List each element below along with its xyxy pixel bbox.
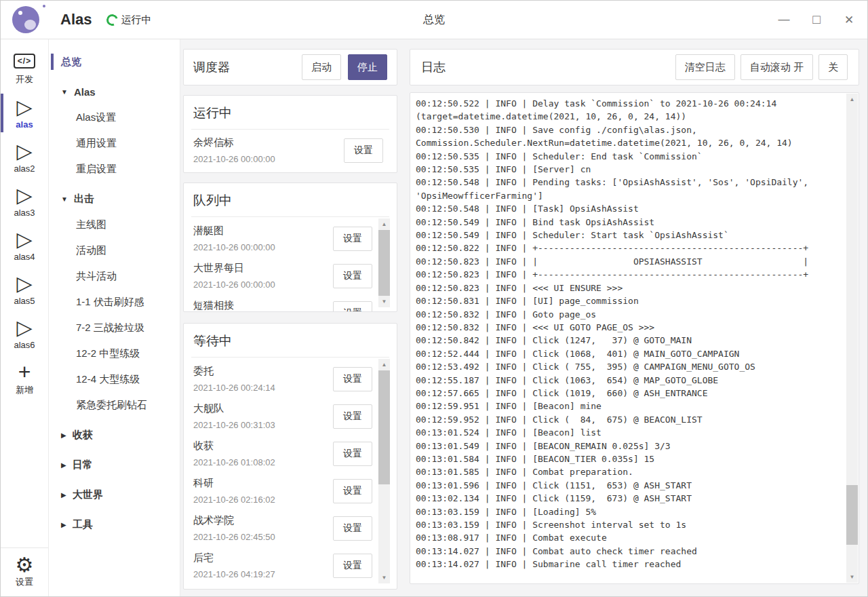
log-line: 00:13:03.159 | INFO | Screenshot interva… — [416, 518, 844, 531]
queued-scrollbar[interactable]: ▲ ▼ — [378, 218, 390, 307]
task-setting-button[interactable]: 设置 — [333, 301, 372, 312]
menu-item-label: 1-1 伏击刷好感 — [76, 296, 144, 309]
profile-label: alas2 — [14, 163, 35, 174]
close-icon[interactable]: ✕ — [842, 13, 856, 27]
scroll-up-icon[interactable]: ▲ — [846, 94, 858, 105]
task-setting-button[interactable]: 设置 — [344, 138, 383, 163]
profile-item[interactable]: ▷ alas2 — [1, 136, 48, 178]
scrollbar-thumb[interactable] — [378, 370, 390, 484]
menu-item[interactable]: 重启设置 — [49, 156, 180, 182]
menu-item[interactable]: ▼ Alas — [49, 79, 180, 104]
menu-item-label: 出击 — [74, 193, 94, 206]
log-line: 00:12:50.548 | INFO | Pending tasks: ['O… — [416, 176, 844, 202]
menu-item-label: 工具 — [73, 518, 93, 531]
profile-icon-glyph: ▷ — [16, 185, 32, 206]
menu-sidebar: 总览 ▼ Alas Alas设置 通用设置 — [49, 39, 180, 596]
profile-label: alas3 — [14, 208, 35, 218]
profile-icon-glyph: ▷ — [16, 97, 32, 117]
menu-item[interactable]: 12-2 中型练级 — [49, 341, 180, 366]
task-setting-button[interactable]: 设置 — [333, 404, 372, 429]
log-line: 00:13:01.549 | INFO | [BEACON_REMAIN 0.0… — [416, 440, 844, 452]
waiting-scrollbar[interactable]: ▲ ▼ — [378, 359, 390, 583]
profile-item[interactable]: </> 开发 — [1, 46, 48, 90]
task-setting-button[interactable]: 设置 — [333, 516, 372, 541]
profile-item[interactable]: ▷ alas4 — [1, 225, 48, 266]
titlebar: Alas 运行中 总览 — □ ✕ — [1, 1, 867, 39]
scroll-down-icon[interactable]: ▼ — [846, 571, 858, 583]
scroll-up-icon[interactable]: ▲ — [378, 218, 390, 230]
menu-item[interactable]: ▶ 日常 — [49, 452, 180, 478]
settings-entry[interactable]: ⚙ 设置 — [1, 547, 48, 596]
profile-label: alas — [16, 119, 33, 130]
task-setting-button[interactable]: 设置 — [333, 227, 372, 251]
profile-item[interactable]: ▷ alas — [1, 92, 48, 134]
task-setting-button[interactable]: 设置 — [333, 479, 372, 503]
menu-item[interactable]: 7-2 三战捡垃圾 — [49, 315, 180, 341]
task-next-run-time: 2021-10-26 00:24:14 — [193, 383, 333, 393]
task-next-run-time: 2021-10-26 01:08:02 — [193, 457, 333, 467]
scroll-down-icon[interactable]: ▼ — [378, 296, 390, 307]
waiting-title: 等待中 — [184, 324, 397, 357]
menu-item[interactable]: ▶ 工具 — [49, 512, 180, 537]
start-button[interactable]: 启动 — [302, 54, 341, 80]
scrollbar-thumb[interactable] — [846, 485, 858, 545]
menu-item[interactable]: 紧急委托刷钻石 — [49, 392, 180, 418]
log-scrollbar[interactable]: ▲ ▼ — [846, 94, 858, 583]
task-setting-button[interactable]: 设置 — [333, 554, 372, 578]
log-line: 00:13:01.584 | INFO | [BEACON_TIER 0.035… — [416, 452, 844, 465]
profile-label: alas4 — [14, 252, 35, 262]
log-line: 00:12:50.822 | INFO | +-----------------… — [416, 242, 844, 254]
scheduler-title: 调度器 — [193, 59, 230, 75]
menu-item[interactable]: 主线图 — [49, 212, 180, 237]
task-row: 余烬信标 2021-10-26 00:00:00 设置 — [184, 130, 397, 172]
profile-item[interactable]: + 新增 — [1, 357, 48, 400]
stop-button[interactable]: 停止 — [348, 54, 387, 80]
scheduler-column: 调度器 启动 停止 运行中 余烬信标 2021-10-26 00:00:00 — [180, 39, 404, 596]
task-setting-button[interactable]: 设置 — [333, 264, 372, 288]
profile-list: </> 开发 ▷ alas ▷ — [1, 39, 48, 547]
menu-item-label: 日常 — [73, 459, 93, 471]
menu-item[interactable]: 通用设置 — [49, 130, 180, 156]
menu-arrow-icon: ▶ — [61, 431, 66, 439]
profile-icon: ▷ — [16, 273, 32, 294]
scroll-down-icon[interactable]: ▼ — [378, 572, 390, 583]
minimize-icon[interactable]: — — [776, 13, 791, 26]
menu-item[interactable]: 12-4 大型练级 — [49, 366, 180, 392]
menu-item-label: 大世界 — [73, 488, 103, 501]
log-line: 00:13:14.027 | INFO | Submarine call tim… — [416, 558, 844, 571]
profile-item[interactable]: ▷ alas3 — [1, 180, 48, 222]
task-row: 后宅 2021-10-26 04:19:27 设置 — [193, 545, 372, 583]
log-line: 00:13:01.524 | INFO | [Beacon] list — [416, 426, 844, 439]
menu-item[interactable]: ▼ 出击 — [49, 186, 180, 212]
menu-item[interactable]: ▶ 收获 — [49, 422, 180, 448]
menu-item[interactable]: 共斗活动 — [49, 263, 180, 289]
profile-item[interactable]: ▷ alas5 — [1, 269, 48, 310]
waiting-card: 等待中 委托 2021-10-26 00:24:14 设置 — [183, 323, 397, 590]
log-line: 00:12:50.522 | INFO | Delay task `Commis… — [416, 97, 844, 123]
autoscroll-toggle-button[interactable]: 自动滚动 开 — [741, 54, 813, 80]
profile-item[interactable]: ▷ alas6 — [1, 313, 48, 354]
scrollbar-thumb[interactable] — [378, 230, 390, 296]
profile-label: 开发 — [16, 73, 33, 85]
clear-log-button[interactable]: 清空日志 — [675, 54, 735, 80]
maximize-icon[interactable]: □ — [809, 12, 824, 27]
task-setting-button[interactable]: 设置 — [333, 367, 372, 391]
profile-icon: ▷ — [16, 185, 32, 206]
menu-item-label: 主线图 — [76, 218, 106, 231]
task-setting-button[interactable]: 设置 — [333, 442, 372, 466]
profile-icon-glyph: ▷ — [16, 141, 32, 161]
log-line: 00:12:52.444 | INFO | Click (1068, 401) … — [416, 347, 844, 360]
autoscroll-off-button[interactable]: 关 — [818, 54, 848, 80]
menu-item[interactable]: 1-1 伏击刷好感 — [49, 289, 180, 315]
running-card: 运行中 余烬信标 2021-10-26 00:00:00 设置 — [183, 95, 397, 173]
menu-item[interactable]: ▶ 大世界 — [49, 482, 180, 507]
menu-item[interactable]: 活动图 — [49, 237, 180, 263]
scroll-up-icon[interactable]: ▲ — [378, 359, 390, 370]
menu-item[interactable]: 总览 — [49, 49, 180, 75]
task-next-run-time: 2021-10-26 02:45:50 — [193, 532, 333, 542]
log-line: 00:12:50.548 | INFO | [Task] OpsiAshAssi… — [416, 202, 844, 215]
menu-item[interactable]: Alas设置 — [49, 104, 180, 130]
scheduler-header: 调度器 启动 停止 — [183, 49, 397, 85]
task-row: 收获 2021-10-26 01:08:02 设置 — [193, 434, 372, 471]
running-spinner-icon — [105, 12, 121, 28]
